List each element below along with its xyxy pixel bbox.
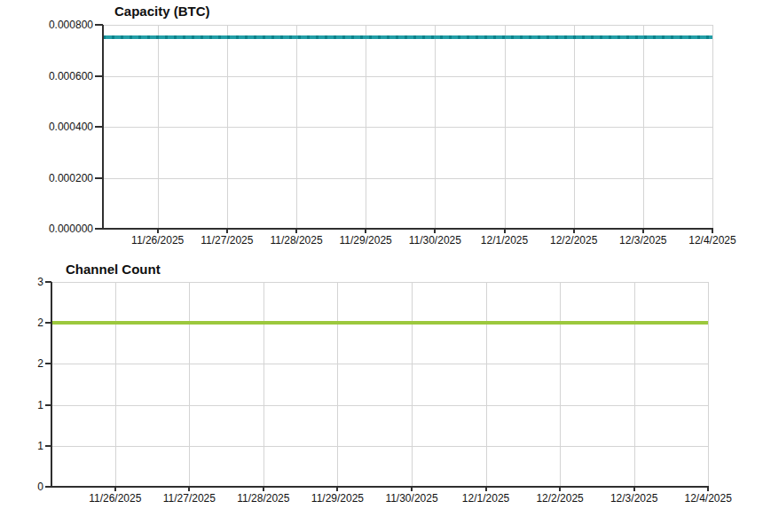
capacity-x-gridline [227, 25, 228, 229]
channel-y-tick [45, 281, 51, 283]
capacity-y-tick-label: 0.000000 [22, 222, 93, 236]
channel-y-tick [45, 445, 51, 447]
capacity-x-tick-label: 11/29/2025 [326, 233, 405, 247]
capacity-y-tick-label: 0.000200 [22, 171, 93, 185]
channel-y-gridline [51, 364, 708, 364]
capacity-y-gridline [103, 25, 712, 26]
capacity-x-gridline [574, 25, 575, 229]
capacity-x-axis-line [102, 228, 713, 230]
channel-x-tick-label: 11/29/2025 [297, 491, 377, 505]
channel-x-axis-line [51, 486, 709, 488]
capacity-series-line[interactable] [103, 35, 712, 39]
capacity-x-tick-label: 11/28/2025 [256, 233, 336, 247]
capacity-chart-title: Capacity (BTC) [114, 4, 210, 18]
channel-x-gridline [634, 282, 635, 487]
channel-x-gridline [708, 282, 709, 487]
channel-series-line[interactable] [51, 321, 708, 325]
capacity-y-tick-label: 0.000600 [22, 69, 93, 83]
channel-y-gridline [51, 282, 708, 283]
channel-x-tick-label: 12/2/2025 [520, 491, 600, 505]
capacity-y-gridline [103, 178, 712, 179]
channel-count-chart-title: Channel Count [66, 262, 161, 276]
capacity-x-tick-label: 12/1/2025 [465, 233, 545, 247]
capacity-x-gridline [712, 25, 713, 229]
channel-y-tick [45, 322, 51, 324]
channel-y-tick-label: 3 [0, 275, 43, 289]
channel-x-tick-label: 12/4/2025 [668, 491, 748, 505]
channel-y-tick-label: 2 [0, 356, 43, 371]
channel-y-tick [45, 363, 51, 364]
capacity-x-tick-label: 12/3/2025 [603, 233, 683, 247]
channel-x-gridline [486, 282, 487, 487]
channel-y-tick [45, 486, 51, 488]
channel-y-axis-line [51, 282, 52, 487]
capacity-x-gridline [366, 25, 366, 229]
channel-x-tick-label: 11/30/2025 [372, 491, 452, 505]
channel-x-gridline [412, 282, 413, 487]
channel-x-tick-label: 11/28/2025 [224, 491, 303, 505]
channel-x-gridline [115, 282, 116, 487]
capacity-x-tick-label: 12/2/2025 [534, 233, 614, 247]
capacity-x-gridline [643, 25, 644, 229]
channel-x-tick-label: 12/1/2025 [446, 491, 526, 505]
capacity-x-tick-label: 11/27/2025 [187, 233, 267, 247]
channel-y-gridline [51, 446, 708, 447]
capacity-x-tick-label: 12/4/2025 [673, 233, 752, 247]
channel-y-tick-label: 2 [0, 316, 43, 330]
channel-x-gridline [189, 282, 190, 487]
capacity-y-tick [95, 228, 103, 230]
capacity-y-tick [95, 177, 103, 179]
channel-x-tick-label: 11/26/2025 [75, 491, 155, 505]
capacity-x-tick-label: 11/26/2025 [118, 233, 198, 247]
channel-y-tick-label: 0 [0, 480, 43, 494]
channel-y-tick-label: 1 [0, 398, 43, 412]
capacity-y-tick [95, 24, 103, 26]
capacity-y-gridline [103, 76, 712, 77]
capacity-y-tick-label: 0.000800 [22, 18, 93, 32]
capacity-y-gridline [103, 127, 712, 128]
capacity-x-gridline [296, 25, 297, 229]
channel-x-gridline [560, 282, 561, 487]
capacity-x-gridline [158, 25, 159, 229]
channel-x-tick-label: 12/3/2025 [594, 491, 674, 505]
channel-x-tick-label: 11/27/2025 [149, 491, 229, 505]
capacity-y-tick [95, 126, 103, 128]
capacity-x-tick-label: 11/30/2025 [395, 233, 475, 247]
capacity-x-gridline [435, 25, 436, 229]
lightning-node-charts-dashboard: Capacity (BTC) Channel Count 0.0008000.0… [0, 0, 763, 532]
capacity-y-tick [95, 75, 103, 77]
channel-y-tick [45, 404, 51, 406]
channel-x-gridline [337, 282, 338, 487]
channel-y-tick-label: 1 [0, 439, 43, 453]
channel-y-gridline [51, 405, 708, 406]
capacity-y-tick-label: 0.000400 [22, 120, 93, 134]
channel-x-gridline [264, 282, 264, 487]
capacity-x-gridline [505, 25, 506, 229]
